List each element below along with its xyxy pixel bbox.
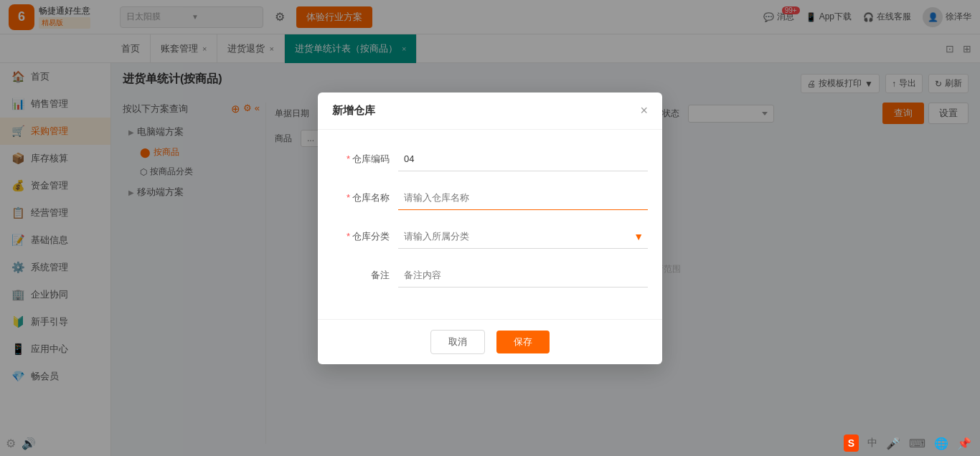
form-row-note: 备注 (332, 263, 648, 288)
s-logo-icon: S (844, 434, 859, 452)
category-dropdown-icon: ▼ (633, 231, 644, 242)
name-input[interactable] (398, 186, 648, 210)
form-row-name: 仓库名称 (332, 186, 648, 210)
name-label: 仓库名称 (332, 191, 390, 204)
mic-icon[interactable]: 🎤 (886, 437, 900, 450)
cancel-button[interactable]: 取消 (430, 330, 485, 354)
form-row-code: 仓库编码 (332, 147, 648, 171)
save-button[interactable]: 保存 (496, 331, 550, 353)
bottom-bar: S 中 🎤 ⌨ 🌐 📌 (835, 430, 980, 456)
code-label: 仓库编码 (332, 153, 390, 166)
modal-close-button[interactable]: × (640, 104, 648, 117)
category-label: 仓库分类 (332, 230, 390, 243)
chinese-icon[interactable]: 中 (867, 437, 877, 450)
note-label: 备注 (332, 269, 390, 282)
modal-header: 新增仓库 × (318, 92, 662, 130)
form-row-category: 仓库分类 ▼ (332, 224, 648, 249)
modal-footer: 取消 保存 (318, 319, 662, 364)
translate-icon[interactable]: 🌐 (934, 437, 948, 450)
modal-overlay[interactable]: 新增仓库 × 仓库编码 仓库名称 仓库分类 ▼ (0, 0, 980, 456)
code-input[interactable] (398, 147, 648, 171)
category-select-wrap: ▼ (398, 224, 648, 249)
keyboard-icon[interactable]: ⌨ (909, 437, 925, 450)
modal-body: 仓库编码 仓库名称 仓库分类 ▼ 备注 (318, 130, 662, 319)
category-input[interactable] (398, 224, 648, 249)
pin-icon[interactable]: 📌 (957, 437, 971, 450)
note-input[interactable] (398, 263, 648, 288)
modal-new-warehouse: 新增仓库 × 仓库编码 仓库名称 仓库分类 ▼ (318, 92, 662, 364)
modal-title: 新增仓库 (332, 104, 375, 118)
